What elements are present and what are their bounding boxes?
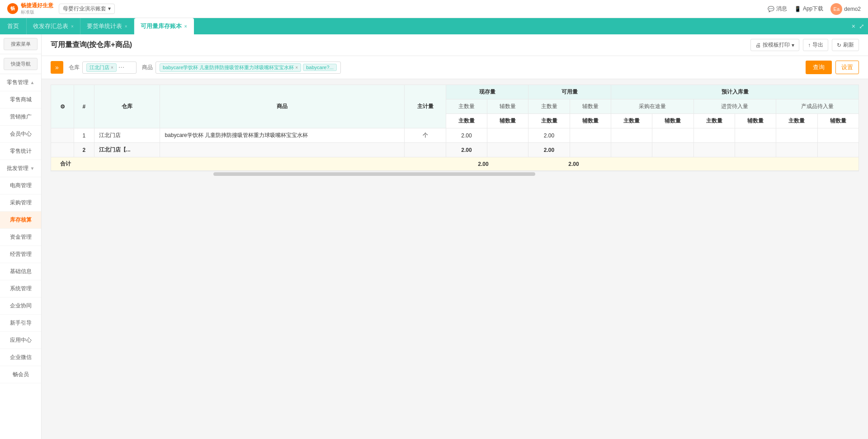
- row1-seq: 1: [74, 128, 94, 143]
- row2-inb-aux: [735, 143, 776, 157]
- col-prod-aux: 辅数量: [817, 114, 859, 128]
- table-area: ⚙ # 仓库 商品 主计量 现存量 可用量 预计入库量 主数量 辅数量 主数量 …: [42, 79, 868, 182]
- row1-current-aux: [487, 128, 528, 143]
- basic-info-label: 基础信息: [10, 268, 32, 275]
- sidebar-item-basic-info[interactable]: 基础信息: [0, 263, 41, 280]
- row2-inb-main: [693, 143, 735, 157]
- export-label: 导出: [812, 41, 823, 49]
- warehouse-filter-label: 仓库: [69, 64, 80, 71]
- marketing-label: 营销推广: [10, 113, 32, 121]
- warehouse-more-btn[interactable]: ···: [118, 63, 124, 71]
- nav-spacer: [194, 18, 848, 34]
- scroll-thumb[interactable]: [213, 172, 535, 176]
- horizontal-scrollbar[interactable]: [51, 171, 859, 176]
- sidebar-item-system-mgmt[interactable]: 系统管理: [0, 280, 41, 297]
- row1-settings[interactable]: [51, 128, 74, 143]
- row1-inb-main: [693, 128, 735, 143]
- refresh-btn[interactable]: ↻ 刷新: [832, 39, 859, 51]
- app-download-btn[interactable]: 📱 App下载: [794, 5, 823, 13]
- col-current-aux-header: 辅数量: [487, 99, 528, 114]
- tab-order-stats[interactable]: 要货单统计表 ×: [80, 18, 134, 34]
- row1-pur-main: [611, 128, 652, 143]
- wholesale-arrow: ▼: [30, 166, 35, 171]
- sidebar-item-marketing[interactable]: 营销推广: [0, 109, 41, 126]
- col-avail-main-header: 主数量: [528, 99, 570, 114]
- sidebar-item-ops-mgmt[interactable]: 经营管理: [0, 246, 41, 263]
- close-available-stock[interactable]: ×: [184, 24, 187, 29]
- export-icon: ↑: [808, 42, 811, 48]
- row2-warehouse: 江北门店【...: [94, 143, 160, 157]
- industry-dropdown-icon: ▾: [108, 5, 111, 12]
- quick-nav-btn[interactable]: 快捷导航: [4, 58, 38, 70]
- footer-current-total: 2.00: [456, 161, 510, 167]
- industry-selector[interactable]: 母婴行业演示账套 ▾: [59, 4, 115, 14]
- ops-mgmt-label: 经营管理: [10, 250, 32, 258]
- search-menu-btn[interactable]: 搜索菜单: [4, 38, 38, 50]
- sidebar-item-inventory[interactable]: 库存核算: [0, 212, 41, 229]
- row2-prod-aux: [817, 143, 859, 157]
- retail-mgmt-label: 零售管理: [7, 79, 28, 86]
- sidebar-item-enterprise-wechat[interactable]: 企业微信: [0, 349, 41, 366]
- sidebar-item-retail-mgmt[interactable]: 零售管理 ▲: [0, 74, 41, 91]
- sidebar-item-new-guide[interactable]: 新手引导: [0, 315, 41, 332]
- close-order-stats[interactable]: ×: [125, 24, 127, 29]
- row1-prod-main: [776, 128, 817, 143]
- setting-btn[interactable]: 设置: [835, 61, 859, 74]
- message-btn[interactable]: 💬 消息: [768, 5, 787, 13]
- product-filter-input[interactable]: babycare学饮杯 儿童防摔防撞吸管杯重力球吸嘴杯宝宝水杯 × babyca…: [156, 61, 341, 74]
- tab-available-stock[interactable]: 可用量库存账本 ×: [134, 18, 194, 34]
- fullscreen-btn[interactable]: ⤢: [859, 23, 864, 30]
- sidebar-item-retail-stats[interactable]: 零售统计: [0, 143, 41, 160]
- receipt-summary-label: 收发存汇总表: [33, 22, 68, 30]
- nav-tabs: 首页 收发存汇总表 × 要货单统计表 × 可用量库存账本 × × ⤢: [0, 18, 868, 34]
- warehouse-tag-remove[interactable]: ×: [111, 65, 113, 70]
- sidebar: 搜索菜单 快捷导航 零售管理 ▲ 零售商城 营销推广 会员中心 零售统计 批发管…: [0, 34, 42, 439]
- app-download-label: App下载: [803, 5, 823, 13]
- tab-home[interactable]: 首页: [0, 18, 27, 34]
- logo-area: 畅 畅捷通好生意 标准版: [7, 2, 53, 15]
- product-tag1-remove[interactable]: ×: [295, 65, 298, 70]
- row2-prod-main: [776, 143, 817, 157]
- message-icon: 💬: [768, 6, 774, 12]
- sidebar-item-member-center[interactable]: 会员中心: [0, 126, 41, 143]
- row2-pur-main: [611, 143, 652, 157]
- new-guide-label: 新手引导: [10, 319, 32, 327]
- query-btn[interactable]: 查询: [806, 61, 832, 74]
- sidebar-item-wholesale-mgmt[interactable]: 批发管理 ▼: [0, 160, 41, 177]
- warehouse-filter-input[interactable]: 江北门店 × ···: [82, 61, 137, 74]
- col-cs-main: 主数量: [446, 114, 487, 128]
- row1-main-unit: 个: [405, 128, 446, 143]
- sidebar-item-enterprise-collab[interactable]: 企业协同: [0, 297, 41, 315]
- row2-main-unit: [405, 143, 446, 157]
- col-settings[interactable]: ⚙: [51, 85, 74, 128]
- purchase-label: 采购管理: [10, 199, 32, 207]
- col-product-pending-header: 产成品待入量: [776, 99, 859, 114]
- sidebar-item-app-center[interactable]: 应用中心: [0, 332, 41, 349]
- row1-inb-aux: [735, 128, 776, 143]
- col-main-unit-header: 主计量: [405, 85, 446, 128]
- sidebar-item-retail-mall[interactable]: 零售商城: [0, 91, 41, 109]
- sidebar-item-member[interactable]: 畅会员: [0, 366, 41, 383]
- close-receipt-summary[interactable]: ×: [71, 24, 74, 29]
- row2-settings[interactable]: [51, 143, 74, 157]
- tab-receipt-summary[interactable]: 收发存汇总表 ×: [27, 18, 80, 34]
- user-area[interactable]: Ea demo2: [830, 3, 861, 15]
- sidebar-item-finance[interactable]: 资金管理: [0, 229, 41, 246]
- warehouse-tag-value: 江北门店: [90, 64, 109, 71]
- export-btn[interactable]: ↑ 导出: [803, 39, 828, 51]
- sidebar-item-ecommerce[interactable]: 电商管理: [0, 177, 41, 194]
- row1-prod-aux: [817, 128, 859, 143]
- close-all-btn[interactable]: ×: [852, 23, 855, 30]
- col-inbound-pending-header: 进货待入量: [693, 99, 776, 114]
- filter-toggle-btn[interactable]: »: [51, 61, 63, 74]
- print-template-btn[interactable]: 🖨 按模板打印 ▾: [750, 39, 799, 51]
- product-filter: 商品 babycare学饮杯 儿童防摔防撞吸管杯重力球吸嘴杯宝宝水杯 × bab…: [142, 61, 341, 74]
- message-label: 消息: [776, 5, 787, 13]
- logo-text: 畅捷通好生意: [21, 2, 53, 9]
- col-av-aux: 辅数量: [570, 114, 611, 128]
- avatar: Ea: [830, 3, 842, 15]
- table-row: 2 江北门店【... 2.00 2.00: [51, 143, 859, 157]
- sidebar-search: 搜索菜单: [0, 34, 41, 54]
- row2-avail-main: 2.00: [528, 143, 570, 157]
- sidebar-item-purchase[interactable]: 采购管理: [0, 194, 41, 212]
